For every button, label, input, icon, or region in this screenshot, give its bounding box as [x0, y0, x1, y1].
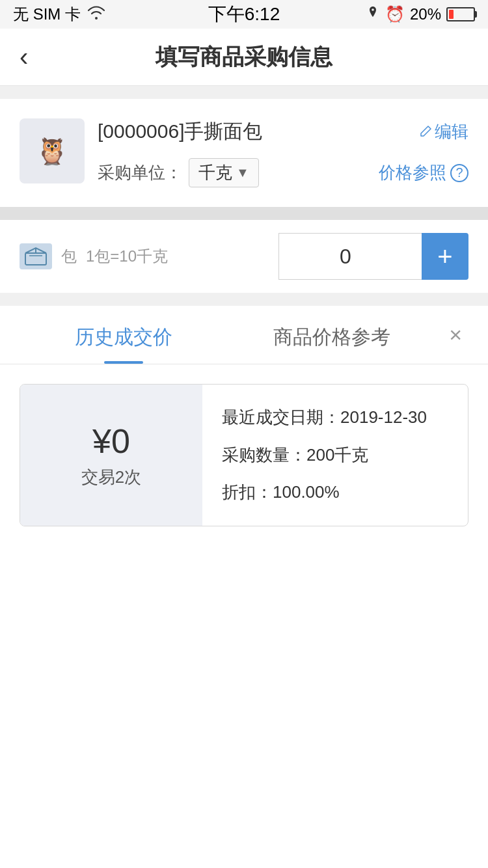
- quantity-controls: +: [278, 233, 468, 280]
- purchase-quantity-label: 采购数量：: [222, 445, 306, 465]
- unit-label: 采购单位：: [98, 161, 182, 184]
- status-time: 下午6:12: [208, 2, 280, 27]
- tab-content: ¥0 交易2次 最近成交日期：2019-12-30 采购数量：200千克 折扣：…: [0, 364, 488, 546]
- tab-product-price-reference[interactable]: 商品价格参考: [228, 306, 436, 364]
- alarm-icon: ⏰: [385, 5, 405, 23]
- battery-percent: 20%: [410, 5, 441, 23]
- nav-bar: ‹ 填写商品采购信息: [0, 29, 488, 86]
- history-price: ¥0: [92, 422, 130, 461]
- status-bar: 无 SIM 卡 下午6:12 ⏰ 20%: [0, 0, 488, 29]
- unit-selector-group: 采购单位： 千克 ▼: [98, 158, 259, 187]
- quantity-unit-info: 包 1包=10千克: [20, 243, 168, 269]
- quantity-plus-button[interactable]: +: [422, 233, 468, 280]
- unit-select-button[interactable]: 千克 ▼: [189, 158, 259, 187]
- recent-date-label: 最近成交日期：: [222, 407, 340, 427]
- edit-icon: [418, 125, 432, 139]
- page-title: 填写商品采购信息: [156, 42, 332, 72]
- divider: [0, 207, 488, 220]
- tab-history-price[interactable]: 历史成交价: [20, 306, 228, 364]
- edit-button[interactable]: 编辑: [418, 120, 468, 143]
- history-transaction-count: 交易2次: [81, 466, 141, 489]
- product-top-row: [0000006]手撕面包 编辑: [98, 118, 468, 145]
- purchase-quantity-row: 采购数量：200千克: [222, 442, 448, 469]
- product-thumbnail: 🦉: [20, 118, 85, 183]
- conversion-label: 1包=10千克: [86, 246, 168, 267]
- status-right: ⏰ 20%: [366, 5, 475, 23]
- purchase-quantity-value: 200千克: [306, 445, 368, 465]
- dropdown-arrow-icon: ▼: [236, 165, 249, 180]
- history-card: ¥0 交易2次 最近成交日期：2019-12-30 采购数量：200千克 折扣：…: [20, 384, 468, 526]
- quantity-input[interactable]: [278, 233, 422, 280]
- recent-date-value: 2019-12-30: [340, 407, 427, 427]
- price-reference-button[interactable]: 价格参照 ?: [379, 161, 468, 184]
- discount-value: 100.00%: [273, 482, 340, 502]
- discount-row: 折扣：100.00%: [222, 479, 448, 506]
- recent-date-row: 最近成交日期：2019-12-30: [222, 404, 448, 431]
- status-left: 无 SIM 卡: [13, 4, 105, 25]
- quantity-row: 包 1包=10千克 +: [0, 220, 488, 293]
- help-icon: ?: [450, 164, 468, 182]
- wifi-icon: [87, 5, 105, 23]
- battery-icon: [446, 7, 475, 21]
- product-thumb-icon: 🦉: [36, 136, 68, 167]
- package-icon: [20, 243, 52, 269]
- product-unit-row: 采购单位： 千克 ▼ 价格参照 ?: [98, 158, 468, 187]
- sim-indicator: 无 SIM 卡: [13, 4, 81, 25]
- svg-rect-0: [25, 253, 46, 265]
- package-label: 包: [61, 246, 77, 267]
- location-icon: [366, 5, 380, 23]
- back-button[interactable]: ‹: [20, 36, 41, 78]
- tabs-header: 历史成交价 商品价格参考 ×: [0, 306, 488, 364]
- discount-label: 折扣：: [222, 482, 273, 502]
- unit-value: 千克: [198, 161, 232, 184]
- bottom-area: [0, 546, 488, 868]
- tabs-panel: 历史成交价 商品价格参考 × ¥0 交易2次 最近成交日期：2019-12-30…: [0, 306, 488, 546]
- product-name: [0000006]手撕面包: [98, 118, 262, 145]
- history-right: 最近成交日期：2019-12-30 采购数量：200千克 折扣：100.00%: [202, 385, 468, 526]
- history-left: ¥0 交易2次: [20, 385, 202, 526]
- product-header: 🦉 [0000006]手撕面包 编辑 采购单位： 千克 ▼: [20, 118, 468, 187]
- close-panel-button[interactable]: ×: [442, 316, 468, 354]
- product-card: 🦉 [0000006]手撕面包 编辑 采购单位： 千克 ▼: [0, 99, 488, 207]
- product-info: [0000006]手撕面包 编辑 采购单位： 千克 ▼ 价格参照 ?: [98, 118, 468, 187]
